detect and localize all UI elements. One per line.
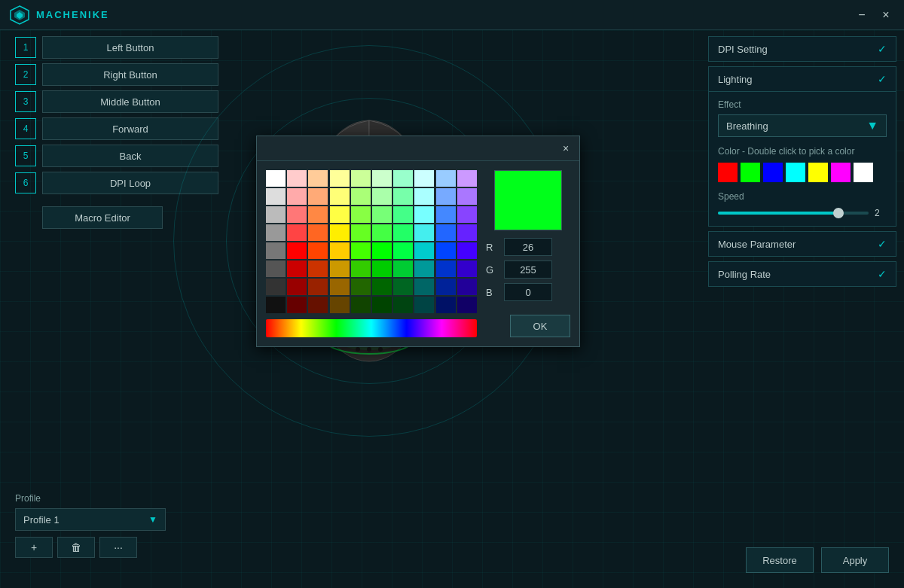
dpi-setting-header[interactable]: DPI Setting ✓ [709, 37, 896, 61]
color-cell[interactable] [457, 170, 477, 187]
dialog-close-button[interactable]: × [558, 141, 573, 156]
color-cell[interactable] [266, 224, 286, 241]
color-cell[interactable] [372, 188, 392, 205]
color-cell[interactable] [287, 297, 307, 313]
color-swatch[interactable] [854, 163, 873, 182]
color-cell[interactable] [372, 224, 392, 241]
color-cell[interactable] [351, 279, 371, 295]
color-cell[interactable] [393, 188, 413, 205]
close-button[interactable]: × [877, 6, 895, 24]
color-cell[interactable] [351, 188, 371, 205]
color-cell[interactable] [266, 279, 286, 295]
color-cell[interactable] [372, 242, 392, 259]
color-cell[interactable] [330, 242, 350, 259]
color-cell[interactable] [308, 170, 328, 187]
color-cell[interactable] [372, 206, 392, 223]
color-swatch[interactable] [808, 163, 828, 182]
color-cell[interactable] [436, 170, 456, 187]
mouse-parameter-header[interactable]: Mouse Parameter ✓ [709, 232, 896, 256]
button-label[interactable]: DPI Loop [42, 172, 218, 194]
color-cell[interactable] [308, 297, 328, 313]
color-cell[interactable] [436, 188, 456, 205]
color-cell[interactable] [330, 297, 350, 313]
color-cell[interactable] [308, 188, 328, 205]
ok-button[interactable]: OK [510, 315, 570, 337]
color-swatch[interactable] [763, 163, 783, 182]
color-cell[interactable] [436, 242, 456, 259]
macro-editor-button[interactable]: Macro Editor [42, 206, 163, 229]
color-cell[interactable] [330, 206, 350, 223]
color-cell[interactable] [287, 206, 307, 223]
color-cell[interactable] [308, 279, 328, 295]
color-cell[interactable] [266, 206, 286, 223]
button-label[interactable]: Back [42, 145, 218, 167]
color-swatch[interactable] [786, 163, 805, 182]
color-cell[interactable] [414, 279, 434, 295]
color-cell[interactable] [287, 188, 307, 205]
button-label[interactable]: Right Button [42, 63, 218, 86]
color-cell[interactable] [351, 224, 371, 241]
color-cell[interactable] [414, 260, 434, 277]
color-swatch[interactable] [831, 163, 851, 182]
color-cell[interactable] [436, 206, 456, 223]
color-cell[interactable] [393, 260, 413, 277]
color-cell[interactable] [287, 260, 307, 277]
profile-delete-button[interactable]: 🗑 [57, 537, 95, 558]
button-label[interactable]: Middle Button [42, 90, 218, 113]
color-swatch[interactable] [741, 163, 760, 182]
profile-more-button[interactable]: ··· [99, 537, 137, 558]
color-cell[interactable] [351, 206, 371, 223]
color-cell[interactable] [457, 242, 477, 259]
color-cell[interactable] [266, 170, 286, 187]
color-cell[interactable] [287, 224, 307, 241]
color-cell[interactable] [393, 170, 413, 187]
color-cell[interactable] [266, 297, 286, 313]
hue-bar[interactable] [266, 319, 477, 337]
color-cell[interactable] [457, 297, 477, 313]
color-cell[interactable] [393, 297, 413, 313]
color-cell[interactable] [457, 224, 477, 241]
color-cell[interactable] [414, 242, 434, 259]
color-cell[interactable] [266, 242, 286, 259]
color-cell[interactable] [393, 279, 413, 295]
color-cell[interactable] [414, 170, 434, 187]
color-cell[interactable] [287, 170, 307, 187]
color-picker-dialog[interactable]: × R G [256, 136, 580, 347]
color-cell[interactable] [330, 170, 350, 187]
minimize-button[interactable]: − [853, 6, 871, 24]
color-cell[interactable] [351, 170, 371, 187]
polling-rate-header[interactable]: Polling Rate ✓ [709, 262, 896, 286]
color-cell[interactable] [330, 224, 350, 241]
color-cell[interactable] [372, 297, 392, 313]
profile-add-button[interactable]: + [15, 537, 53, 558]
color-cell[interactable] [414, 206, 434, 223]
color-cell[interactable] [372, 279, 392, 295]
button-label[interactable]: Forward [42, 117, 218, 140]
color-cell[interactable] [457, 188, 477, 205]
r-input[interactable] [504, 238, 552, 256]
effect-select[interactable]: Breathing ▼ [718, 114, 887, 137]
color-cell[interactable] [351, 242, 371, 259]
color-cell[interactable] [436, 224, 456, 241]
color-cell[interactable] [457, 279, 477, 295]
color-cell[interactable] [414, 188, 434, 205]
color-swatch[interactable] [718, 163, 738, 182]
color-cell[interactable] [308, 242, 328, 259]
speed-slider-track[interactable] [718, 212, 869, 215]
color-cell[interactable] [351, 297, 371, 313]
color-cell[interactable] [330, 260, 350, 277]
color-cell[interactable] [287, 279, 307, 295]
color-cell[interactable] [393, 206, 413, 223]
profile-select[interactable]: Profile 1 ▼ [15, 508, 166, 531]
button-label[interactable]: Left Button [42, 36, 218, 59]
color-cell[interactable] [330, 188, 350, 205]
lighting-header[interactable]: Lighting ✓ [709, 67, 896, 91]
color-cell[interactable] [436, 297, 456, 313]
color-cell[interactable] [372, 260, 392, 277]
color-cell[interactable] [372, 170, 392, 187]
apply-button[interactable]: Apply [821, 547, 889, 573]
color-cell[interactable] [351, 260, 371, 277]
color-cell[interactable] [436, 279, 456, 295]
color-cell[interactable] [308, 260, 328, 277]
speed-slider-thumb[interactable] [833, 208, 844, 218]
